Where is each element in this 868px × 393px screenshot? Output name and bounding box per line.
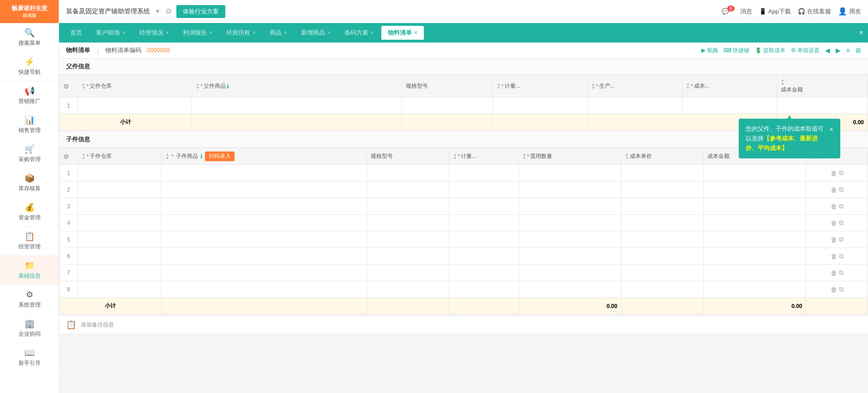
sidebar-item-enterprise[interactable]: 🏢 企业协同 bbox=[0, 314, 59, 343]
child-row-3-cost-amount[interactable] bbox=[704, 198, 806, 215]
scan-btn[interactable]: 扫码录入 bbox=[205, 151, 235, 161]
child-row-6-warehouse[interactable] bbox=[78, 248, 162, 265]
tab-ops-history[interactable]: 经营历程 × bbox=[220, 26, 262, 40]
view-action[interactable]: ▶ 视频 bbox=[701, 47, 718, 54]
child-row-8-product[interactable] bbox=[162, 281, 367, 298]
delete-icon-7[interactable]: 🗑 bbox=[831, 269, 837, 277]
child-row-5-spec[interactable] bbox=[367, 231, 449, 248]
copy-icon-8[interactable]: ⧉ bbox=[839, 285, 844, 293]
child-row-3-unit-cost[interactable] bbox=[621, 198, 704, 215]
online-support-btn[interactable]: 🎧 在线客服 bbox=[798, 7, 831, 16]
child-product-info-icon[interactable]: ℹ bbox=[200, 153, 203, 160]
copy-icon-3[interactable]: ⧉ bbox=[839, 202, 844, 210]
child-row-7-product[interactable] bbox=[162, 265, 367, 281]
settings-action[interactable]: ⚙ 单据设置 bbox=[791, 47, 820, 54]
child-row-8-cost-amount[interactable] bbox=[704, 281, 806, 298]
child-row-5-unit-cost[interactable] bbox=[621, 231, 704, 248]
child-row-5-warehouse[interactable] bbox=[78, 231, 162, 248]
delete-icon[interactable]: 🗑 bbox=[831, 169, 837, 177]
copy-icon-4[interactable]: ⧉ bbox=[839, 219, 844, 227]
parent-row-1-product[interactable] bbox=[192, 97, 402, 114]
child-row-4-unit-cost[interactable] bbox=[621, 215, 704, 231]
copy-icon-5[interactable]: ⧉ bbox=[839, 236, 844, 243]
child-row-5-product[interactable] bbox=[162, 231, 367, 248]
child-row-7-cost-amount[interactable] bbox=[704, 265, 806, 281]
tab-material-close[interactable]: × bbox=[414, 30, 417, 36]
copy-icon-7[interactable]: ⧉ bbox=[839, 269, 844, 277]
delete-icon-5[interactable]: 🗑 bbox=[831, 236, 837, 243]
child-row-4-spec[interactable] bbox=[367, 215, 449, 231]
child-row-2-warehouse[interactable] bbox=[78, 181, 162, 198]
delete-icon-6[interactable]: 🗑 bbox=[831, 253, 837, 260]
child-row-6-unit-cost[interactable] bbox=[621, 248, 704, 265]
child-row-1-warehouse[interactable] bbox=[78, 165, 162, 181]
tooltip-close-btn[interactable]: × bbox=[830, 124, 833, 134]
child-row-2-unit[interactable] bbox=[449, 181, 518, 198]
parent-row-1-cost[interactable] bbox=[682, 97, 777, 114]
child-row-5-cost-amount[interactable] bbox=[704, 231, 806, 248]
user-btn[interactable]: 👤 用友 bbox=[838, 7, 861, 16]
tab-barcode-close[interactable]: × bbox=[371, 30, 374, 36]
sidebar-item-system[interactable]: ⚙ 系统管理 bbox=[0, 285, 59, 314]
parent-row-1-unit[interactable] bbox=[493, 97, 588, 114]
child-row-4-product[interactable] bbox=[162, 215, 367, 231]
child-row-7-unit-cost[interactable] bbox=[621, 265, 704, 281]
sidebar-item-basic-info[interactable]: 📁 基础信息 bbox=[0, 256, 59, 285]
child-row-1-spec[interactable] bbox=[367, 165, 449, 181]
cost-action[interactable]: 💲 提取成本 bbox=[755, 47, 785, 54]
child-row-2-qty[interactable] bbox=[518, 181, 621, 198]
child-row-8-unit-cost[interactable] bbox=[621, 281, 704, 298]
child-row-3-spec[interactable] bbox=[367, 198, 449, 215]
copy-icon-6[interactable]: ⧉ bbox=[839, 252, 844, 260]
tab-profit-report[interactable]: 利润报告 × bbox=[176, 26, 219, 40]
parent-row-1-spec[interactable] bbox=[402, 97, 493, 114]
parent-col-settings[interactable]: ⚙ bbox=[60, 75, 78, 97]
child-row-1-product[interactable] bbox=[162, 165, 367, 181]
child-row-8-qty[interactable] bbox=[518, 281, 621, 298]
sidebar-item-sales[interactable]: 📊 销售管理 bbox=[0, 110, 59, 139]
app-download-btn[interactable]: 📱 App下载 bbox=[759, 7, 791, 16]
delete-icon-4[interactable]: 🗑 bbox=[831, 219, 837, 227]
copy-icon-2[interactable]: ⧉ bbox=[839, 186, 844, 193]
sidebar-item-purchase[interactable]: 🛒 采购管理 bbox=[0, 139, 59, 169]
add-notes-label[interactable]: 添加备注信息 bbox=[81, 321, 114, 329]
messages-btn[interactable]: 💬 6 消息 bbox=[722, 7, 752, 16]
child-row-5-qty[interactable] bbox=[518, 231, 621, 248]
child-col-settings[interactable]: ⚙ bbox=[60, 148, 78, 165]
sidebar-item-inventory[interactable]: 📦 库存核算 bbox=[0, 169, 59, 198]
tab-ops-close[interactable]: × bbox=[166, 30, 169, 36]
child-settings-icon[interactable]: ⚙ bbox=[63, 153, 69, 160]
child-row-3-unit[interactable] bbox=[449, 198, 518, 215]
child-row-8-unit[interactable] bbox=[449, 281, 518, 298]
child-row-5-unit[interactable] bbox=[449, 231, 518, 248]
close-all-tabs-icon[interactable]: × bbox=[859, 29, 863, 37]
child-row-7-spec[interactable] bbox=[367, 265, 449, 281]
tab-customers[interactable]: 客户联络 × bbox=[90, 26, 132, 40]
sidebar-item-operations[interactable]: 📋 经营管理 bbox=[0, 227, 59, 256]
tab-add-product-close[interactable]: × bbox=[327, 30, 331, 36]
child-row-7-qty[interactable] bbox=[518, 265, 621, 281]
sidebar-item-search[interactable]: 🔍 搜索菜单 bbox=[0, 23, 59, 52]
child-row-2-spec[interactable] bbox=[367, 181, 449, 198]
tab-customers-close[interactable]: × bbox=[122, 30, 126, 36]
tab-products-close[interactable]: × bbox=[284, 30, 287, 36]
child-row-7-unit[interactable] bbox=[449, 265, 518, 281]
child-row-6-qty[interactable] bbox=[518, 248, 621, 265]
trial-btn[interactable]: 体验行业方案 bbox=[176, 5, 225, 18]
shortcut-action[interactable]: ⌨ 快捷键 bbox=[723, 47, 749, 54]
sidebar-item-finance[interactable]: 💰 资金管理 bbox=[0, 198, 59, 227]
child-row-8-warehouse[interactable] bbox=[78, 281, 162, 298]
delete-icon-3[interactable]: 🗑 bbox=[831, 203, 837, 210]
nav-list-btn[interactable]: ≡ bbox=[846, 47, 850, 54]
child-row-6-product[interactable] bbox=[162, 248, 367, 265]
child-row-4-warehouse[interactable] bbox=[78, 215, 162, 231]
tab-add-product[interactable]: 新增商品 × bbox=[295, 26, 337, 40]
parent-row-1-production[interactable] bbox=[588, 97, 682, 114]
child-row-2-product[interactable] bbox=[162, 181, 367, 198]
sidebar-item-quick-nav[interactable]: ⚡ 快捷导航 bbox=[0, 52, 59, 81]
child-row-8-spec[interactable] bbox=[367, 281, 449, 298]
child-row-1-cost-amount[interactable] bbox=[704, 165, 806, 181]
parent-row-1-warehouse[interactable] bbox=[78, 97, 192, 114]
child-row-1-unit-cost[interactable] bbox=[621, 165, 704, 181]
tab-profit-close[interactable]: × bbox=[209, 30, 212, 36]
